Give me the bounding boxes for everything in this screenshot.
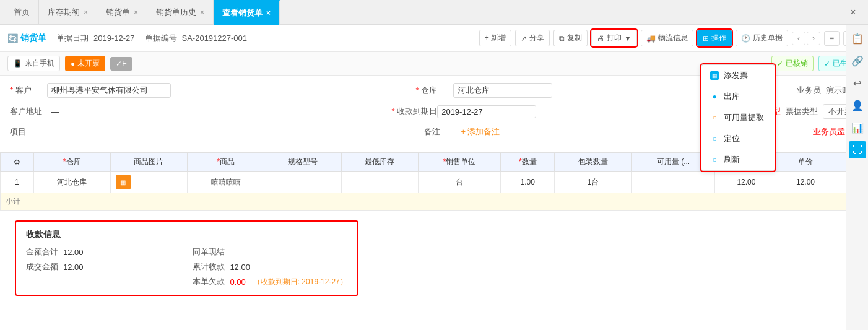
available-qty-icon: ○ bbox=[710, 113, 719, 122]
tab-inventory-init[interactable]: 库存期初 × bbox=[39, 0, 97, 25]
settlement-label: 同单现结 bbox=[193, 246, 225, 258]
from-phone-button[interactable]: 📱 来自手机 bbox=[7, 56, 60, 71]
new-button[interactable]: + 新增 bbox=[479, 30, 511, 46]
copy-button[interactable]: ⧉ 复制 bbox=[553, 30, 588, 46]
doc-type-tag: 🔄 销货单 bbox=[7, 33, 46, 44]
tab-bar-actions: × bbox=[843, 2, 863, 22]
verified-check-icon: ✓ bbox=[777, 59, 783, 68]
address-label: 客户地址 bbox=[10, 106, 47, 117]
row-warehouse[interactable]: 河北仓库 bbox=[33, 172, 110, 193]
subtotal-label: 小计 bbox=[1, 193, 868, 211]
window-close-button[interactable]: × bbox=[843, 2, 863, 22]
table-row: 1 河北仓库 ▦ 嘻嘻嘻嘻 台 1.00 1台 12.00 12.00 0. bbox=[1, 172, 868, 193]
settlement-item: 同单现结 — bbox=[193, 246, 347, 258]
copy-icon: ⧉ bbox=[559, 34, 565, 43]
cumulative-item: 累计收款 12.00 bbox=[193, 261, 347, 272]
transaction-value: 12.00 bbox=[63, 263, 84, 272]
history-icon: 🕐 bbox=[741, 34, 750, 43]
view-toggle-list[interactable]: ≡ bbox=[824, 31, 840, 46]
tab-sales-history[interactable]: 销货单历史 × bbox=[147, 0, 214, 25]
col-quantity: *数量 bbox=[501, 153, 555, 172]
doc-date-label: 单据日期 2019-12-27 bbox=[56, 33, 135, 44]
payment-date-value[interactable]: 2019-12-27 bbox=[437, 105, 536, 118]
cumulative-label: 累计收款 bbox=[193, 261, 225, 272]
payment-section: 收款信息 金额合计 12.00 同单现结 — 成交金额 12.00 累计收款 1… bbox=[0, 211, 868, 306]
tab-sales-order[interactable]: 销货单 × bbox=[97, 0, 147, 25]
add-invoice-icon: ▦ bbox=[710, 71, 719, 80]
tab-close-sales[interactable]: × bbox=[134, 8, 138, 17]
tab-home[interactable]: 首页 bbox=[5, 0, 39, 25]
tab-close-inventory[interactable]: × bbox=[84, 8, 88, 17]
sidebar-icon-expand[interactable]: ⛶ bbox=[849, 141, 866, 158]
not-open-button[interactable]: ● 未开票 bbox=[65, 56, 105, 71]
project-label: 项目 bbox=[10, 126, 47, 137]
print-button[interactable]: 🖨 打印 ▼ bbox=[591, 30, 637, 46]
address-value[interactable]: — bbox=[47, 105, 146, 118]
row-quantity[interactable]: 1.00 bbox=[501, 172, 555, 193]
row-unit-price[interactable]: 12.00 bbox=[778, 172, 833, 193]
sidebar-icon-2[interactable]: 🔗 bbox=[849, 52, 866, 69]
row-sales-unit: 台 bbox=[418, 172, 500, 193]
col-product-img: 商品图片 bbox=[110, 153, 187, 172]
total-amount-value: 12.00 bbox=[63, 248, 84, 257]
nav-arrows: ‹ › bbox=[792, 32, 820, 45]
logistics-icon: 🚚 bbox=[646, 34, 656, 43]
project-value[interactable]: — bbox=[47, 125, 146, 138]
confirm-button[interactable]: ✓E bbox=[110, 57, 132, 71]
outstanding-note: （收款到期日: 2019-12-27） bbox=[253, 277, 347, 287]
sidebar-icon-5[interactable]: 📊 bbox=[849, 119, 866, 136]
customer-field: 客户 柳州粤港平安气体有限公司 bbox=[10, 83, 391, 98]
tab-close-view[interactable]: × bbox=[266, 9, 271, 17]
outstanding-value: 0.00 bbox=[230, 277, 245, 287]
operator-label: 业务员 bbox=[797, 85, 821, 96]
doc-type-icon: 🔄 bbox=[7, 33, 18, 43]
nav-next[interactable]: › bbox=[807, 32, 820, 45]
verified-badge: ✓ 已核销 bbox=[771, 56, 814, 71]
operations-icon: ⊞ bbox=[703, 34, 709, 43]
operations-dropdown: ▦ 添发票 ● 出库 ○ 可用量提取 ○ 定位 ○ 刷新 bbox=[701, 64, 775, 171]
row-pkg-qty: 1台 bbox=[555, 172, 631, 193]
add-note-icon: + bbox=[461, 127, 466, 136]
row-available bbox=[631, 172, 715, 193]
product-thumbnail: ▦ bbox=[116, 175, 131, 189]
warehouse-value[interactable]: 河北仓库 bbox=[453, 83, 552, 98]
address-field: 客户地址 — bbox=[10, 105, 367, 118]
col-warehouse: *仓库 bbox=[33, 153, 110, 172]
print-icon: 🖨 bbox=[597, 34, 604, 43]
ticket-icon: ● bbox=[71, 59, 75, 68]
effective-check-icon: ✓ bbox=[824, 59, 830, 68]
tab-close-history[interactable]: × bbox=[200, 8, 204, 17]
dropdown-add-invoice[interactable]: ▦ 添发票 bbox=[701, 65, 775, 86]
row-product[interactable]: 嘻嘻嘻嘻 bbox=[188, 172, 264, 193]
dropdown-locate[interactable]: ○ 定位 bbox=[701, 128, 775, 149]
nav-prev[interactable]: ‹ bbox=[792, 32, 805, 45]
col-gear[interactable]: ⚙ bbox=[1, 153, 34, 172]
sidebar-icon-1[interactable]: 📋 bbox=[849, 30, 866, 47]
share-button[interactable]: ↗ 分享 bbox=[515, 30, 550, 46]
salesperson-label: 业务员孟 bbox=[813, 126, 845, 137]
row-spec[interactable] bbox=[264, 172, 341, 193]
dropdown-available-qty[interactable]: ○ 可用量提取 bbox=[701, 107, 775, 128]
total-amount-item: 金额合计 12.00 bbox=[26, 246, 180, 258]
payment-date-field: 收款到期日 2019-12-27 bbox=[392, 105, 749, 118]
dropdown-refresh[interactable]: ○ 刷新 bbox=[701, 149, 775, 170]
sidebar-icon-3[interactable]: ↩ bbox=[849, 74, 866, 92]
payment-box: 收款信息 金额合计 12.00 同单现结 — 成交金额 12.00 累计收款 1… bbox=[15, 220, 358, 296]
tab-view-sales[interactable]: 查看销货单 × bbox=[214, 0, 280, 25]
dropdown-out-warehouse[interactable]: ● 出库 bbox=[701, 86, 775, 107]
add-note-button[interactable]: + 添加备注 bbox=[461, 126, 500, 137]
warehouse-label: 仓库 bbox=[416, 85, 453, 96]
ticket-type-label-text: 票据类型 bbox=[786, 106, 818, 117]
sidebar-icon-4[interactable]: 👤 bbox=[849, 97, 866, 114]
header-row: 🔄 销货单 单据日期 2019-12-27 单据编号 SA-20191227-0… bbox=[0, 25, 868, 52]
col-product: *商品 bbox=[188, 153, 264, 172]
history-button[interactable]: 🕐 历史单据 bbox=[736, 30, 788, 46]
out-warehouse-icon: ● bbox=[710, 92, 719, 101]
toolbar: + 新增 ↗ 分享 ⧉ 复制 🖨 打印 ▼ 🚚 物流信息 ⊞ 操作 bbox=[479, 30, 861, 46]
operations-button[interactable]: ⊞ 操作 bbox=[697, 30, 732, 46]
logistics-button[interactable]: 🚚 物流信息 bbox=[641, 30, 693, 46]
note-label: 备注 bbox=[424, 126, 461, 137]
customer-value[interactable]: 柳州粤港平安气体有限公司 bbox=[47, 83, 171, 98]
col-unit-price: 单价 bbox=[778, 153, 833, 172]
tab-bar: 首页 库存期初 × 销货单 × 销货单历史 × 查看销货单 × × bbox=[0, 0, 868, 25]
